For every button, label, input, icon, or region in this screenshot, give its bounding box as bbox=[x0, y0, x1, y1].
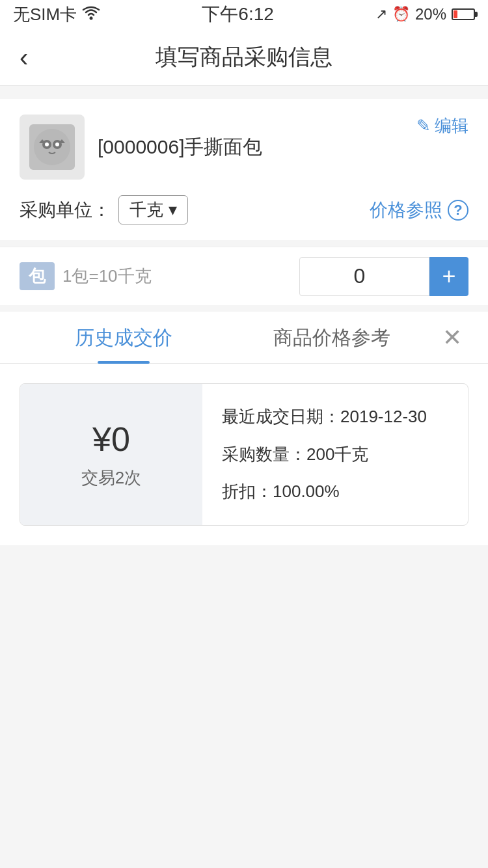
price-ref-label: 价格参照 bbox=[370, 198, 442, 223]
discount-value: 100.00% bbox=[273, 481, 340, 501]
quantity-row-detail: 采购数量：200千克 bbox=[222, 441, 448, 468]
tabs-section: 历史成交价 商品价格参考 ✕ ¥0 交易2次 最近成交日期：2019-12-30 bbox=[0, 312, 488, 545]
page-title: 填写商品采购信息 bbox=[156, 42, 332, 72]
status-bar: 无SIM卡 下午6:12 ↗ ⏰ 20% bbox=[0, 0, 488, 29]
time-display: 下午6:12 bbox=[202, 2, 274, 27]
tab-history-label: 历史成交价 bbox=[75, 327, 172, 348]
product-logo bbox=[29, 124, 75, 170]
battery-percent: 20% bbox=[415, 5, 446, 23]
tab-product-label: 商品价格参考 bbox=[273, 327, 390, 348]
quantity-value: 200千克 bbox=[306, 444, 368, 464]
tab-product-price-ref[interactable]: 商品价格参考 bbox=[228, 312, 436, 364]
price-reference-button[interactable]: 价格参照 ? bbox=[370, 198, 468, 223]
product-header: [0000006]手撕面包 ✎ 编辑 bbox=[20, 115, 468, 180]
price-trades: 交易2次 bbox=[81, 467, 141, 489]
back-button[interactable]: ‹ bbox=[20, 44, 28, 70]
alarm-icon: ⏰ bbox=[392, 6, 410, 23]
unit-conversion: 1包=10千克 bbox=[62, 265, 152, 288]
chevron-down-icon: ▾ bbox=[169, 200, 177, 220]
main-content: [0000006]手撕面包 ✎ 编辑 采购单位： 千克 ▾ 价格参照 ? bbox=[0, 99, 488, 868]
help-icon: ? bbox=[448, 200, 468, 221]
carrier-info: 无SIM卡 bbox=[13, 3, 100, 26]
product-image bbox=[20, 115, 85, 180]
unit-badge: 包 bbox=[20, 262, 55, 290]
edit-button[interactable]: ✎ 编辑 bbox=[416, 115, 468, 137]
plus-button[interactable]: + bbox=[429, 257, 468, 296]
svg-point-0 bbox=[90, 16, 93, 20]
recent-date-row: 最近成交日期：2019-12-30 bbox=[222, 403, 448, 431]
purchase-unit-row: 采购单位： 千克 ▾ 价格参照 ? bbox=[20, 195, 468, 224]
product-card: [0000006]手撕面包 ✎ 编辑 采购单位： 千克 ▾ 价格参照 ? bbox=[0, 99, 488, 240]
tab-history-price[interactable]: 历史成交价 bbox=[20, 312, 228, 364]
discount-row: 折扣：100.00% bbox=[222, 478, 448, 506]
edit-label: 编辑 bbox=[435, 115, 468, 137]
quantity-unit-info: 包 1包=10千克 bbox=[20, 262, 299, 290]
quantity-label: 采购数量： bbox=[222, 444, 306, 464]
unit-value: 千克 bbox=[129, 198, 163, 221]
svg-point-1 bbox=[34, 129, 70, 165]
system-indicators: ↗ ⏰ 20% bbox=[375, 5, 475, 23]
quantity-row: 包 1包=10千克 + bbox=[0, 247, 488, 305]
close-button[interactable]: ✕ bbox=[436, 324, 468, 351]
product-left: [0000006]手撕面包 bbox=[20, 115, 262, 180]
discount-label: 折扣： bbox=[222, 481, 273, 501]
price-amount: ¥0 bbox=[92, 420, 130, 459]
recent-date-value: 2019-12-30 bbox=[340, 407, 427, 426]
battery-icon bbox=[452, 8, 475, 20]
price-card: ¥0 交易2次 最近成交日期：2019-12-30 采购数量：200千克 折扣：… bbox=[20, 383, 468, 526]
carrier-text: 无SIM卡 bbox=[13, 3, 77, 26]
purchase-unit-left: 采购单位： 千克 ▾ bbox=[20, 195, 188, 224]
price-right-panel: 最近成交日期：2019-12-30 采购数量：200千克 折扣：100.00% bbox=[202, 384, 468, 525]
quantity-input-area: + bbox=[299, 257, 468, 296]
recent-date-label: 最近成交日期： bbox=[222, 407, 340, 426]
edit-icon: ✎ bbox=[416, 116, 431, 136]
tabs-header: 历史成交价 商品价格参考 ✕ bbox=[0, 312, 488, 364]
quantity-section: 包 1包=10千克 + bbox=[0, 247, 488, 305]
wifi-icon bbox=[82, 5, 100, 25]
nav-bar: ‹ 填写商品采购信息 bbox=[0, 29, 488, 86]
product-name: [0000006]手撕面包 bbox=[98, 134, 262, 161]
history-content: ¥0 交易2次 最近成交日期：2019-12-30 采购数量：200千克 折扣：… bbox=[0, 364, 488, 545]
price-left-panel: ¥0 交易2次 bbox=[20, 384, 202, 525]
location-icon: ↗ bbox=[375, 6, 387, 23]
unit-select[interactable]: 千克 ▾ bbox=[118, 195, 188, 224]
quantity-input[interactable] bbox=[299, 257, 429, 296]
purchase-unit-label: 采购单位： bbox=[20, 198, 111, 223]
